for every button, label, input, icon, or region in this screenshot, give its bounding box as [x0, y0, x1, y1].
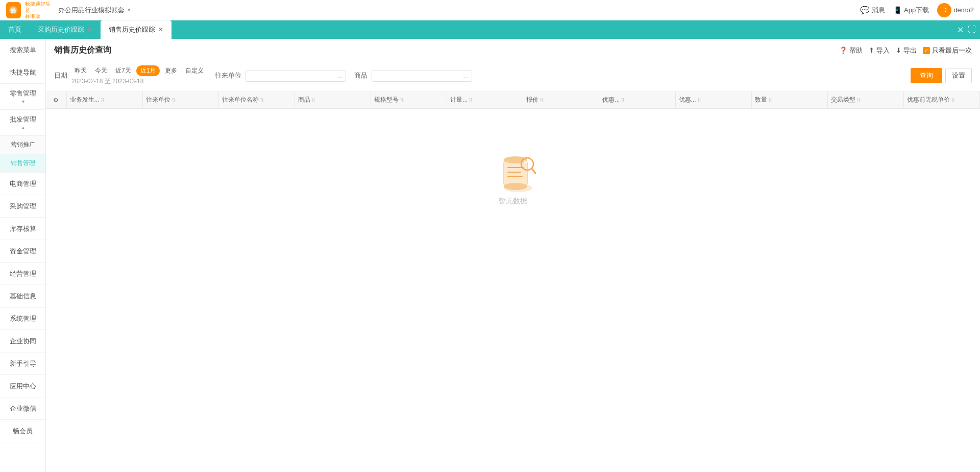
page-title: 销售历史价查询	[54, 45, 111, 56]
export-label: 导出	[903, 46, 917, 55]
message-btn[interactable]: 💬 消息	[860, 6, 885, 15]
date-btn-7days[interactable]: 近7天	[112, 65, 134, 76]
date-btn-yesterday[interactable]: 昨天	[71, 65, 90, 76]
date-range-display: 2023-02-18 至 2023-03-18	[71, 77, 207, 86]
sidebar-item-system-label: 系统管理	[10, 314, 36, 323]
col-partner-id[interactable]: 往来单位⇅	[142, 91, 218, 109]
top-header: 畅 畅捷通好生意 标准版 办公用品行业模拟账套 ▾ 💬 消息 📱 App下载 D…	[0, 0, 980, 20]
sort-icon-qty: ⇅	[768, 97, 772, 103]
logo-area: 畅 畅捷通好生意 标准版	[6, 1, 52, 19]
sidebar-item-finance[interactable]: 资金管理	[0, 240, 45, 263]
tab-home[interactable]: 首页	[0, 20, 30, 39]
sidebar-item-vip-label: 畅会员	[13, 427, 33, 436]
help-label: 帮助	[849, 46, 863, 55]
goods-dots-btn[interactable]: ...	[463, 72, 469, 80]
date-btn-1month[interactable]: 近1月	[136, 65, 160, 76]
settings-button[interactable]: 设置	[945, 68, 972, 83]
sort-icon-quote: ⇅	[540, 97, 544, 103]
query-button[interactable]: 查询	[911, 68, 942, 83]
app-download-label: App下载	[904, 6, 929, 15]
sidebar-item-operations[interactable]: 经营管理	[0, 263, 45, 285]
sidebar-item-vip[interactable]: 畅会员	[0, 420, 45, 442]
sidebar-item-wholesale-mgmt[interactable]: 批发管理	[0, 110, 45, 136]
sidebar: 搜索菜单 快捷导航 零售管理 批发管理 营销推广 销售管理 电商管理 采购管理 …	[0, 39, 46, 472]
tab-close-all-btn[interactable]: ✕	[957, 25, 964, 35]
sort-icon-spec: ⇅	[400, 97, 404, 103]
help-icon: ❓	[839, 46, 847, 54]
sidebar-item-retail-mgmt[interactable]: 零售管理	[0, 84, 45, 110]
sort-icon-biz-date: ⇅	[101, 97, 105, 103]
app-download-btn[interactable]: 📱 App下载	[893, 6, 929, 15]
only-last-check-icon	[923, 47, 930, 54]
workspace-selector[interactable]: 办公用品行业模拟账套 ▾	[58, 6, 860, 15]
table-head: ⚙ 业务发生...⇅ 往来单位⇅ 往来单位名称⇅	[46, 91, 980, 109]
sales-tab-close[interactable]: ✕	[158, 26, 163, 33]
sidebar-item-weixin[interactable]: 企业微信	[0, 397, 45, 420]
import-btn[interactable]: ⬆ 导入	[869, 46, 890, 55]
col-qty[interactable]: 数量⇅	[751, 91, 827, 109]
user-name: demo2	[953, 6, 974, 14]
col-discount2[interactable]: 优惠...⇅	[675, 91, 751, 109]
header-right: 💬 消息 📱 App下载 D demo2	[860, 3, 974, 17]
sidebar-item-app-center[interactable]: 应用中心	[0, 375, 45, 397]
help-btn[interactable]: ❓ 帮助	[839, 46, 863, 55]
col-goods[interactable]: 商品⇅	[295, 91, 371, 109]
gear-icon[interactable]: ⚙	[53, 97, 59, 104]
sort-icon-discount1: ⇅	[621, 97, 625, 103]
col-unit[interactable]: 计量...⇅	[447, 91, 523, 109]
only-last-checkbox[interactable]: 只看最后一次	[923, 46, 972, 55]
svg-text:畅: 畅	[10, 7, 16, 13]
date-btn-more[interactable]: 更多	[162, 65, 180, 76]
goods-input[interactable]	[375, 72, 461, 80]
export-btn[interactable]: ⬇ 导出	[896, 46, 917, 55]
col-quote[interactable]: 报价⇅	[523, 91, 599, 109]
tab-sales-history[interactable]: 销售历史价跟踪 ✕	[101, 20, 172, 39]
workspace-chevron: ▾	[128, 7, 131, 13]
date-btn-today[interactable]: 今天	[92, 65, 110, 76]
sidebar-item-quick-nav[interactable]: 快捷导航	[0, 61, 45, 84]
date-options-col: 昨天 今天 近7天 近1月 更多 自定义 2023-02-18 至 2023-0…	[71, 65, 207, 86]
main-layout: 搜索菜单 快捷导航 零售管理 批发管理 营销推广 销售管理 电商管理 采购管理 …	[0, 39, 980, 472]
user-profile-btn[interactable]: D demo2	[937, 3, 974, 17]
sidebar-item-enterprise[interactable]: 企业协同	[0, 330, 45, 352]
col-gear[interactable]: ⚙	[46, 91, 66, 109]
sidebar-item-inventory[interactable]: 库存核算	[0, 218, 45, 240]
sidebar-item-system[interactable]: 系统管理	[0, 308, 45, 330]
workspace-label: 办公用品行业模拟账套	[58, 6, 125, 15]
empty-text: 暂无数据	[499, 197, 527, 206]
sidebar-item-sales-mgmt[interactable]: 销售管理	[0, 154, 45, 173]
sidebar-item-weixin-label: 企业微信	[10, 404, 36, 413]
sidebar-item-search-menu[interactable]: 搜索菜单	[0, 39, 45, 61]
tab-controls: ✕ ⛶	[957, 25, 980, 35]
sidebar-item-basic-info[interactable]: 基础信息	[0, 285, 45, 308]
sales-tab-label: 销售历史价跟踪	[109, 25, 155, 34]
sidebar-item-marketing[interactable]: 营销推广	[0, 136, 45, 154]
tab-purchase-history[interactable]: 采购历史价跟踪 ✕	[30, 20, 101, 39]
sidebar-item-operations-label: 经营管理	[10, 269, 36, 278]
col-partner-name[interactable]: 往来单位名称⇅	[218, 91, 295, 109]
svg-point-5	[504, 183, 527, 190]
col-spec[interactable]: 规格型号⇅	[371, 91, 447, 109]
sidebar-item-sales-mgmt-label: 销售管理	[11, 159, 35, 168]
partner-input[interactable]	[249, 72, 335, 80]
app-sub-label: 标准版	[25, 13, 52, 19]
data-table: ⚙ 业务发生...⇅ 往来单位⇅ 往来单位名称⇅	[46, 91, 980, 109]
sidebar-item-guide[interactable]: 新手引导	[0, 352, 45, 375]
sidebar-item-guide-label: 新手引导	[10, 359, 36, 368]
col-discount1[interactable]: 优惠...⇅	[599, 91, 675, 109]
sort-icon-pre-tax: ⇅	[951, 97, 955, 103]
date-btn-custom[interactable]: 自定义	[182, 65, 207, 76]
sidebar-item-ecommerce[interactable]: 电商管理	[0, 173, 45, 195]
col-pre-tax[interactable]: 优惠前无税单价⇅	[903, 91, 979, 109]
partner-dots-btn[interactable]: ...	[337, 72, 342, 80]
sort-icon-partner-name: ⇅	[260, 97, 264, 103]
empty-state: 暂无数据	[46, 109, 980, 247]
sort-icon-partner-id: ⇅	[172, 97, 176, 103]
sidebar-item-purchase[interactable]: 采购管理	[0, 195, 45, 218]
col-trade-type[interactable]: 交易类型⇅	[827, 91, 903, 109]
filter-actions: 查询 设置	[911, 68, 972, 83]
col-biz-date[interactable]: 业务发生...⇅	[66, 91, 142, 109]
tab-maximize-btn[interactable]: ⛶	[968, 25, 976, 34]
purchase-tab-close[interactable]: ✕	[87, 26, 92, 33]
table-wrapper: ⚙ 业务发生...⇅ 往来单位⇅ 往来单位名称⇅	[46, 91, 980, 472]
